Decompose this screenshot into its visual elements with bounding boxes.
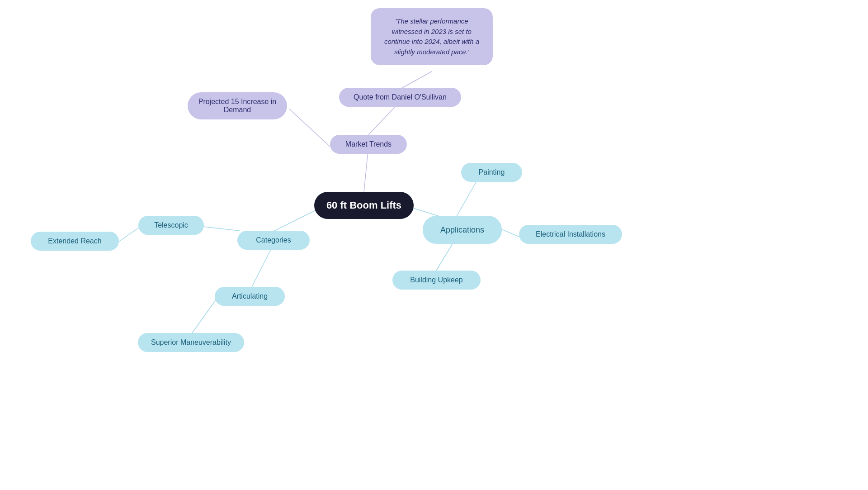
superior-maneuverability-node: Superior Maneuverability [138, 333, 244, 352]
quote-text-node: 'The stellar performance witnessed in 20… [371, 8, 493, 65]
svg-line-6 [118, 227, 140, 243]
categories-node: Categories [237, 231, 310, 250]
electrical-installations-node: Electrical Installations [519, 225, 622, 244]
building-upkeep-node: Building Upkeep [392, 271, 481, 290]
svg-line-5 [203, 227, 240, 231]
svg-line-11 [502, 229, 520, 237]
articulating-node: Articulating [215, 287, 285, 306]
projected-demand-node: Projected 15 Increase in Demand [188, 92, 287, 119]
svg-line-8 [192, 298, 217, 333]
extended-reach-node: Extended Reach [31, 232, 119, 251]
central-node: 60 ft Boom Lifts [314, 192, 414, 219]
svg-line-3 [402, 71, 432, 88]
svg-line-1 [289, 109, 330, 147]
quote-label-node: Quote from Daniel O'Sullivan [339, 88, 461, 107]
applications-node: Applications [423, 216, 502, 244]
market-trends-node: Market Trends [330, 135, 407, 154]
telescopic-node: Telescopic [138, 216, 204, 235]
painting-node: Painting [461, 163, 522, 182]
